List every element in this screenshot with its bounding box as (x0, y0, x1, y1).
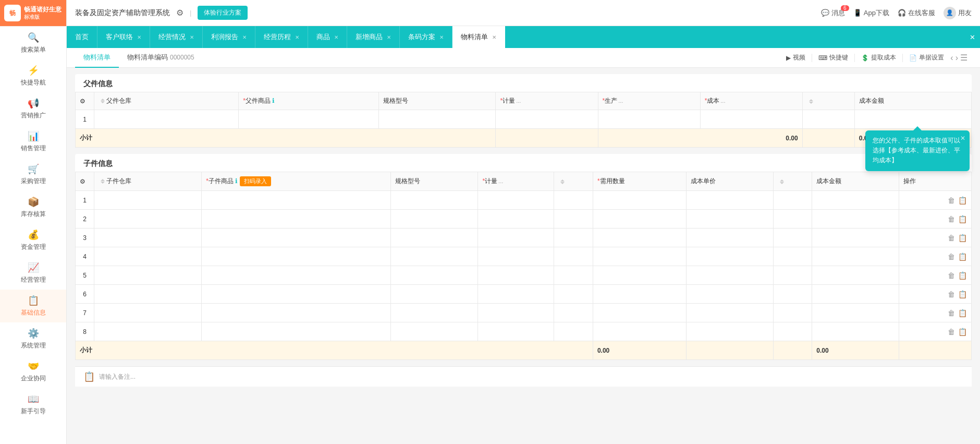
view-video-action[interactable]: ▶ 视频 (786, 53, 805, 62)
gear-icon[interactable]: ⚙ (80, 98, 85, 105)
sidebar-item-finance[interactable]: 💰 资金管理 (0, 224, 66, 257)
sidebar-item-search[interactable]: 🔍 搜索菜单 (0, 26, 66, 59)
child-qty-cell[interactable] (593, 210, 686, 229)
child-product-cell[interactable] (202, 229, 391, 247)
copy-icon[interactable]: 📋 (958, 234, 967, 242)
copy-icon[interactable]: 📋 (958, 253, 967, 261)
child-qty-cell[interactable] (593, 266, 686, 285)
delete-icon[interactable]: 🗑 (948, 196, 955, 205)
child-unit-cost-cell[interactable] (686, 285, 773, 304)
child-warehouse-cell[interactable] (94, 191, 202, 210)
child-product-cell[interactable] (202, 210, 391, 229)
close-icon[interactable]: ✕ (242, 34, 247, 40)
sidebar-item-operations[interactable]: 📈 经营管理 (0, 257, 66, 290)
child-unit-cell[interactable] (478, 229, 554, 247)
nav-tab-home[interactable]: 首页 (67, 26, 97, 48)
trial-btn[interactable]: 体验行业方案 (198, 6, 248, 20)
single-setting-action[interactable]: 📄 单据设置 (909, 53, 944, 62)
child-warehouse-cell[interactable] (94, 229, 202, 247)
child-qty-cell[interactable] (593, 229, 686, 247)
sidebar-item-purchase[interactable]: 🛒 采购管理 (0, 158, 66, 191)
header-settings-icon[interactable]: ⚙ (176, 8, 183, 18)
child-spec-cell[interactable] (391, 322, 478, 341)
child-unit-cell[interactable] (478, 266, 554, 285)
sidebar-item-guide[interactable]: 📖 新手引导 (0, 388, 66, 421)
nav-tab-operations[interactable]: 经营情况 ✕ (150, 26, 203, 48)
child-product-cell[interactable] (202, 191, 391, 210)
child-warehouse-cell[interactable] (94, 210, 202, 229)
child-qty-cell[interactable] (593, 247, 686, 266)
nav-menu-icon[interactable]: ☰ (960, 53, 967, 63)
nav-tab-barcode[interactable]: 条码方案 ✕ (400, 26, 452, 48)
parent-cost-cell[interactable] (700, 110, 802, 129)
app-download-action[interactable]: 📱 App下载 (853, 8, 889, 18)
copy-icon[interactable]: 📋 (958, 215, 967, 223)
sidebar-item-inventory[interactable]: 📦 库存核算 (0, 191, 66, 224)
user-action[interactable]: 👤 用友 (944, 7, 972, 19)
child-unit-cost-cell[interactable] (686, 210, 773, 229)
close-icon[interactable]: ✕ (439, 34, 444, 40)
child-spec-cell[interactable] (391, 266, 478, 285)
nav-tab-profit[interactable]: 利润报告 ✕ (203, 26, 255, 48)
close-icon[interactable]: ✕ (190, 34, 194, 40)
child-product-cell[interactable] (202, 304, 391, 322)
nav-tab-product[interactable]: 商品 ✕ (308, 26, 347, 48)
child-unit-cost-cell[interactable] (686, 304, 773, 322)
parent-production-cell[interactable] (598, 110, 700, 129)
child-product-cell[interactable] (202, 266, 391, 285)
child-warehouse-cell[interactable] (94, 322, 202, 341)
close-icon[interactable]: ✕ (137, 34, 141, 40)
child-qty-cell[interactable] (593, 191, 686, 210)
child-spec-cell[interactable] (391, 210, 478, 229)
copy-icon[interactable]: 📋 (958, 196, 967, 205)
child-product-cell[interactable] (202, 322, 391, 341)
child-product-cell[interactable] (202, 285, 391, 304)
delete-icon[interactable]: 🗑 (948, 309, 955, 317)
nav-tab-close-all[interactable]: ✕ (964, 26, 980, 48)
delete-icon[interactable]: 🗑 (948, 234, 955, 242)
shortcut-action[interactable]: ⌨ 快捷键 (818, 53, 848, 62)
child-product-cell[interactable] (202, 247, 391, 266)
sidebar-item-collab[interactable]: 🤝 企业协同 (0, 355, 66, 388)
online-service-action[interactable]: 🎧 在线客服 (898, 8, 935, 18)
parent-unit-cell[interactable] (496, 110, 598, 129)
close-icon[interactable]: ✕ (295, 34, 299, 40)
child-unit-cell[interactable] (478, 322, 554, 341)
sidebar-item-marketing[interactable]: 📢 营销推广 (0, 92, 66, 125)
sidebar-item-sales[interactable]: 📊 销售管理 (0, 125, 66, 158)
child-warehouse-cell[interactable] (94, 285, 202, 304)
copy-icon[interactable]: 📋 (958, 328, 967, 336)
sub-tab-bom-list[interactable]: 物料清单 (75, 48, 119, 68)
parent-product-cell[interactable] (239, 110, 379, 129)
child-unit-cell[interactable] (478, 304, 554, 322)
child-unit-cell[interactable] (478, 285, 554, 304)
child-unit-cost-cell[interactable] (686, 229, 773, 247)
child-warehouse-cell[interactable] (94, 247, 202, 266)
child-unit-cell[interactable] (478, 191, 554, 210)
scan-input-btn[interactable]: 扫码录入 (240, 176, 271, 186)
sidebar-item-quicknav[interactable]: ⚡ 快捷导航 (0, 59, 66, 92)
nav-tab-bom[interactable]: 物料清单 ✕ (452, 26, 505, 48)
close-icon[interactable]: ✕ (334, 34, 338, 40)
nav-prev-icon[interactable]: ‹ (950, 53, 953, 63)
nav-tab-history[interactable]: 经营历程 ✕ (255, 26, 308, 48)
child-spec-cell[interactable] (391, 285, 478, 304)
delete-icon[interactable]: 🗑 (948, 253, 955, 261)
child-qty-cell[interactable] (593, 285, 686, 304)
child-unit-cost-cell[interactable] (686, 266, 773, 285)
child-spec-cell[interactable] (391, 247, 478, 266)
copy-icon[interactable]: 📋 (958, 290, 967, 298)
sub-tab-bom-detail[interactable]: 物料清单编码 0000005 (119, 48, 203, 68)
delete-icon[interactable]: 🗑 (948, 328, 955, 336)
child-unit-cell[interactable] (478, 247, 554, 266)
child-qty-cell[interactable] (593, 322, 686, 341)
close-icon[interactable]: ✕ (387, 34, 391, 40)
gear-icon[interactable]: ⚙ (80, 178, 85, 185)
child-unit-cost-cell[interactable] (686, 191, 773, 210)
copy-icon[interactable]: 📋 (958, 309, 967, 317)
message-action[interactable]: 💬 6 消息 (821, 8, 845, 18)
child-warehouse-cell[interactable] (94, 266, 202, 285)
child-unit-cell[interactable] (478, 210, 554, 229)
tooltip-close-btn[interactable]: ✕ (960, 134, 965, 143)
delete-icon[interactable]: 🗑 (948, 290, 955, 298)
